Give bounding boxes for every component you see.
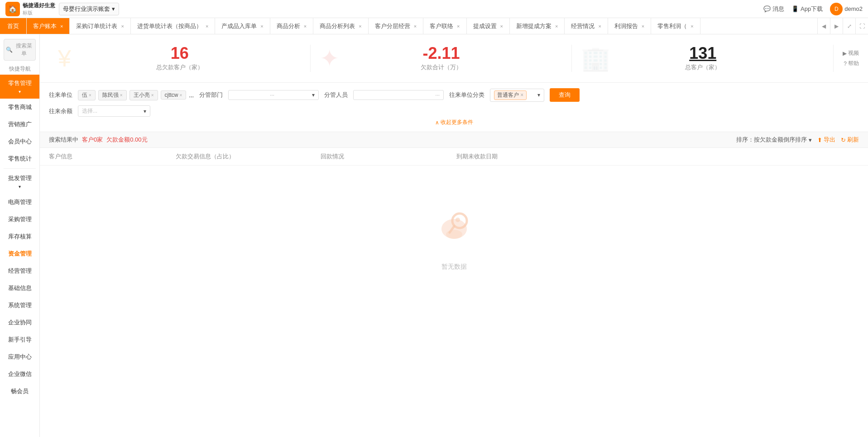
sidebar-item-retail-mall[interactable]: 零售商城: [0, 99, 39, 116]
app-download-btn[interactable]: 📱 App下载: [791, 5, 823, 13]
person-filter-select[interactable]: ···: [353, 90, 444, 100]
app-download-label: App下载: [801, 5, 823, 13]
tab-improve-settings-label: 提成设置: [473, 22, 497, 30]
help-btn[interactable]: ? 帮助: [844, 60, 859, 67]
balance-filter-select[interactable]: 选择... ▾: [78, 105, 150, 117]
tag-chen-text: 陈民强: [102, 91, 119, 99]
query-button[interactable]: 查询: [550, 88, 580, 102]
tab-close-product-analysis-list[interactable]: ×: [359, 24, 361, 29]
tab-home[interactable]: 首页: [0, 18, 27, 34]
nav-fullscreen[interactable]: ⛶: [855, 18, 868, 34]
tab-purchase-order-stats[interactable]: 采购订单统计表 ×: [70, 18, 130, 34]
tag-wang-close[interactable]: ×: [151, 93, 154, 98]
sidebar-item-app-center[interactable]: 应用中心: [0, 348, 39, 366]
tab-customer-capital[interactable]: 客户账本 ×: [27, 18, 70, 34]
dept-more-icon: ···: [270, 92, 274, 98]
sidebar-item-retail-mgmt[interactable]: 零售管理 ▾: [0, 75, 39, 99]
tab-close-product-analysis[interactable]: ×: [304, 24, 307, 29]
tab-retail-profit[interactable]: 零售利润（ ×: [651, 18, 700, 34]
tab-close-customer-contact[interactable]: ×: [457, 24, 460, 29]
sidebar-item-member-center[interactable]: 会员中心: [0, 133, 39, 150]
tag-more-btn[interactable]: ...: [189, 92, 194, 99]
operation-mgmt-label: 经营管理: [8, 267, 32, 275]
sidebar-item-capital-mgmt[interactable]: 资金管理: [0, 245, 39, 262]
chevron-down-icon-2: ▾: [19, 184, 21, 189]
nav-expand[interactable]: ⤢: [843, 18, 855, 34]
tab-close-business-status[interactable]: ×: [598, 24, 601, 29]
empty-area: 暂无数据: [40, 166, 868, 307]
tab-close-purchase-order-stats[interactable]: ×: [121, 24, 124, 29]
video-btn[interactable]: ▶ 视频: [843, 49, 859, 57]
export-btn[interactable]: ⬆ 导出: [817, 136, 835, 144]
tab-product-analysis-list[interactable]: 商品分析列表 ×: [313, 18, 368, 34]
col-credit-info: 欠款交易信息（占比）: [176, 152, 321, 161]
message-btn[interactable]: 💬 消息: [763, 5, 784, 13]
search-menu-label: 搜索菜单: [14, 42, 34, 57]
sidebar-item-enterprise-collab[interactable]: 企业协同: [0, 314, 39, 331]
refresh-label: 刷新: [847, 136, 859, 144]
table-header-bar-left: 搜索结果中 客户0家 欠款金额0.00元: [49, 136, 148, 144]
sidebar-item-ecommerce-mgmt[interactable]: 电商管理: [0, 194, 39, 211]
sidebar-item-batch-mgmt[interactable]: 批发管理 ▾: [0, 170, 39, 194]
logo-icon: 🏠: [5, 2, 20, 16]
tab-customer-contact[interactable]: 客户联络 ×: [423, 18, 466, 34]
nav-arrow-right[interactable]: ▶: [830, 18, 843, 34]
stat-total-customers-value: 131: [689, 45, 716, 62]
tag-chen-close[interactable]: ×: [120, 93, 123, 98]
category-dropdown-icon: ▾: [537, 92, 540, 98]
tab-close-improve-settings[interactable]: ×: [500, 24, 503, 29]
tab-close-retail-profit[interactable]: ×: [691, 24, 693, 29]
empty-illustration: [432, 202, 477, 256]
sidebar-item-vip-member[interactable]: 畅会员: [0, 383, 39, 400]
sidebar-item-operation-mgmt[interactable]: 经营管理: [0, 262, 39, 280]
tab-close-cost-storage[interactable]: ×: [260, 24, 263, 29]
tab-business-status[interactable]: 经营情况 ×: [565, 18, 608, 34]
balance-filter-label: 往来余额: [49, 107, 72, 115]
sidebar-item-system-mgmt[interactable]: 系统管理: [0, 297, 39, 314]
tab-close-customer-capital[interactable]: ×: [60, 24, 63, 29]
tab-new-improve-plan[interactable]: 新增提成方案 ×: [510, 18, 565, 34]
sort-select[interactable]: 排序：按欠款金额倒序排序 ▾: [736, 136, 812, 144]
sidebar-quick-nav[interactable]: 快捷导航: [0, 63, 39, 75]
collapse-btn[interactable]: ∧ 收起更多条件: [435, 119, 473, 126]
video-label: 视频: [848, 49, 859, 57]
tab-close-customer-segment[interactable]: ×: [414, 24, 417, 29]
tab-close-purchase-stats-by-product[interactable]: ×: [206, 24, 208, 29]
tab-purchase-stats-by-product[interactable]: 进货单统计表（按商品） ×: [131, 18, 215, 34]
tab-improve-settings[interactable]: 提成设置 ×: [467, 18, 510, 34]
org-dropdown-icon: ▾: [112, 5, 115, 12]
company-filter-tags: 伍 × 陈民强 × 王小亮 × cjttcw × ...: [78, 90, 194, 100]
sidebar-item-new-guide[interactable]: 新手引导: [0, 331, 39, 348]
tab-cost-storage[interactable]: 产成品入库单 ×: [215, 18, 270, 34]
tag-wu-text: 伍: [82, 91, 87, 99]
sidebar-item-inventory-check[interactable]: 库存核算: [0, 228, 39, 245]
stat-total-customers: 🏢 131 总客户（家）: [572, 42, 834, 75]
category-close[interactable]: ×: [520, 92, 523, 98]
dept-dropdown-icon: ▾: [312, 92, 315, 98]
sidebar-search-btn[interactable]: 🔍 搜索菜单: [4, 39, 36, 61]
sidebar-item-retail-stats[interactable]: 零售统计: [0, 150, 39, 167]
logo-name: 畅捷通好生意: [23, 2, 55, 10]
video-icon: ▶: [843, 50, 847, 57]
sidebar-item-purchase-mgmt[interactable]: 采购管理: [0, 211, 39, 228]
sidebar-item-basic-info[interactable]: 基础信息: [0, 280, 39, 297]
tab-customer-segment[interactable]: 客户分层经营 ×: [369, 18, 423, 34]
tab-close-profit-report[interactable]: ×: [642, 24, 644, 29]
sidebar-item-enterprise-wechat[interactable]: 企业微信: [0, 366, 39, 383]
filter-row-1: 往来单位 伍 × 陈民强 × 王小亮 × cjttcw: [49, 88, 859, 102]
nav-arrow-left[interactable]: ◀: [817, 18, 830, 34]
tab-product-analysis[interactable]: 商品分析 ×: [270, 18, 313, 34]
org-selector[interactable]: 母婴行业演示账套 ▾: [59, 3, 119, 15]
category-filter-select[interactable]: 普通客户 × ▾: [490, 89, 544, 102]
help-icon: ?: [844, 61, 847, 67]
top-bar-right: 💬 消息 📱 App下载 D demo2: [763, 3, 863, 15]
dept-filter-select[interactable]: ··· ▾: [228, 90, 319, 100]
tab-close-new-improve-plan[interactable]: ×: [555, 24, 558, 29]
tag-wu-close[interactable]: ×: [89, 93, 91, 98]
tag-cjttcw-close[interactable]: ×: [180, 93, 182, 98]
tab-profit-report[interactable]: 利润报告 ×: [608, 18, 651, 34]
refresh-btn[interactable]: ↻ 刷新: [841, 136, 859, 144]
sidebar-item-marketing[interactable]: 营销推广: [0, 116, 39, 133]
tab-new-improve-plan-label: 新增提成方案: [516, 22, 551, 30]
user-profile[interactable]: D demo2: [830, 3, 863, 15]
